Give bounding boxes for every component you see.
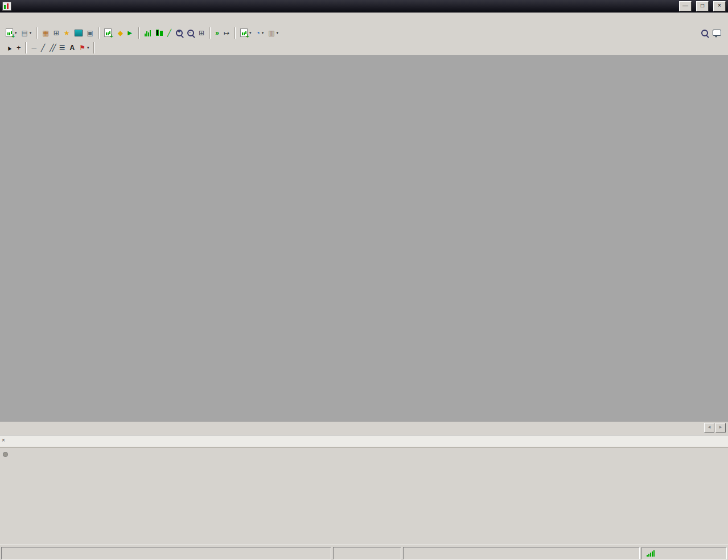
chat-icon bbox=[713, 30, 721, 36]
close-button[interactable]: × bbox=[713, 1, 726, 11]
crosshair-icon: + bbox=[17, 44, 21, 51]
status-spacer bbox=[403, 547, 640, 559]
account-summary-row bbox=[0, 447, 728, 459]
chart-workspace bbox=[0, 55, 728, 422]
market-watch-icon: ▦ bbox=[42, 30, 48, 36]
new-chart-icon bbox=[6, 28, 13, 37]
tab-scroll-left-button[interactable]: ◄ bbox=[704, 423, 714, 433]
text-button[interactable]: A bbox=[67, 42, 77, 54]
candlestick-button[interactable] bbox=[154, 27, 165, 39]
chart-shift-button[interactable]: ↦ bbox=[221, 27, 232, 39]
zoom-out-icon: - bbox=[187, 30, 194, 36]
search-icon bbox=[701, 30, 708, 36]
toolbar-separator bbox=[209, 27, 211, 39]
trendline-icon: ╱ bbox=[41, 44, 45, 51]
restore-button[interactable]: □ bbox=[696, 1, 709, 11]
minimize-button[interactable]: — bbox=[679, 1, 692, 11]
flag-icon: ⚑ bbox=[79, 44, 85, 51]
toolbar-separator bbox=[25, 42, 27, 53]
horizontal-line-button[interactable]: ─ bbox=[29, 42, 39, 54]
terminal-close-button[interactable]: × bbox=[2, 437, 5, 444]
connection-signal-icon bbox=[647, 550, 655, 557]
chart-tab-bar: ◄ ► bbox=[0, 422, 728, 435]
strategy-tester-icon: ▣ bbox=[87, 30, 93, 36]
channel-button[interactable]: ╱╱ bbox=[47, 42, 56, 54]
zoom-out-button[interactable]: - bbox=[185, 27, 196, 39]
profiles-icon: ▤ bbox=[22, 30, 28, 36]
navigator-icon: ★ bbox=[64, 30, 70, 36]
terminal-icon bbox=[75, 30, 83, 36]
menu-bar bbox=[0, 13, 728, 26]
play-icon: ▶ bbox=[127, 30, 132, 36]
history-table-header: × bbox=[0, 435, 728, 447]
bar-chart-button[interactable] bbox=[142, 27, 154, 39]
title-bar: — □ × bbox=[0, 0, 728, 13]
tile-windows-button[interactable]: ⊞ bbox=[196, 27, 207, 39]
search-button[interactable] bbox=[699, 27, 710, 39]
channel-icon: ╱╱ bbox=[50, 44, 54, 51]
text-icon: A bbox=[69, 44, 75, 51]
fibonacci-button[interactable]: ☰ bbox=[57, 42, 68, 54]
templates-button[interactable]: ▥▾ bbox=[266, 27, 281, 39]
strategy-tester-button[interactable]: ▣ bbox=[85, 27, 96, 39]
zoom-in-button[interactable]: + bbox=[174, 27, 185, 39]
bar-chart-icon bbox=[145, 30, 151, 36]
new-order-icon bbox=[104, 28, 112, 37]
tab-scroll-right-button[interactable]: ► bbox=[715, 423, 726, 433]
chat-button[interactable] bbox=[710, 27, 723, 39]
toolbar-separator bbox=[36, 27, 38, 39]
standard-toolbar: ▾ ▤▾ ▦ ⊞ ★ ▣ ◆ ▶ ╱ + - ⊞ » ↦ ▾ ◔▾ ▥▾ bbox=[0, 25, 728, 41]
line-chart-button[interactable]: ╱ bbox=[165, 27, 174, 39]
indicators-button[interactable]: ▾ bbox=[238, 27, 254, 39]
toolbar-separator bbox=[93, 42, 95, 53]
status-dot-icon bbox=[3, 452, 8, 457]
chevron-down-icon: ▾ bbox=[30, 31, 32, 35]
cursor-button[interactable]: ▲ bbox=[3, 42, 14, 54]
navigator-button[interactable]: ★ bbox=[61, 27, 72, 39]
new-order-button[interactable] bbox=[102, 27, 116, 39]
chevron-down-icon: ▾ bbox=[277, 31, 279, 35]
data-window-icon: ⊞ bbox=[54, 30, 59, 36]
periods-button[interactable]: ◔▾ bbox=[253, 27, 266, 39]
clock-icon: ◔ bbox=[256, 30, 260, 36]
terminal-panel: × bbox=[0, 435, 728, 530]
arrows-button[interactable]: ⚑▾ bbox=[77, 42, 91, 54]
auto-trading-button[interactable]: ▶ bbox=[125, 27, 136, 39]
auto-scroll-icon: » bbox=[215, 30, 219, 36]
status-bar bbox=[0, 545, 728, 560]
zoom-in-icon: + bbox=[176, 30, 183, 36]
chevron-down-icon: ▾ bbox=[262, 31, 264, 35]
terminal-tab-bar bbox=[0, 530, 728, 545]
toolbar-separator bbox=[234, 27, 236, 39]
app-icon bbox=[2, 2, 11, 11]
chevron-down-icon: ▾ bbox=[249, 31, 252, 35]
metaeditor-icon: ◆ bbox=[118, 30, 123, 36]
drawing-toolbar: ▲ + ─ ╱ ╱╱ ☰ A ⚑▾ bbox=[0, 40, 728, 56]
templates-icon: ▥ bbox=[268, 30, 274, 36]
data-window-button[interactable]: ⊞ bbox=[51, 27, 61, 39]
cursor-icon: ▲ bbox=[5, 43, 13, 52]
status-help-text bbox=[1, 547, 331, 559]
tile-windows-icon: ⊞ bbox=[199, 30, 204, 36]
status-profile[interactable] bbox=[333, 547, 401, 559]
profiles-button[interactable]: ▤▾ bbox=[19, 27, 34, 39]
auto-scroll-button[interactable]: » bbox=[213, 27, 221, 39]
line-chart-icon: ╱ bbox=[167, 30, 171, 36]
new-chart-button[interactable]: ▾ bbox=[3, 27, 19, 39]
metaeditor-button[interactable]: ◆ bbox=[116, 27, 125, 39]
toolbar-separator bbox=[98, 27, 100, 39]
chevron-down-icon: ▾ bbox=[15, 31, 17, 35]
candlestick-icon bbox=[156, 30, 163, 36]
terminal-button[interactable] bbox=[72, 27, 85, 39]
toolbar-separator bbox=[138, 27, 140, 39]
market-watch-button[interactable]: ▦ bbox=[40, 27, 51, 39]
indicators-icon bbox=[240, 28, 248, 37]
fibonacci-icon: ☰ bbox=[59, 44, 65, 51]
tab-scroll-buttons: ◄ ► bbox=[704, 423, 726, 433]
crosshair-button[interactable]: + bbox=[14, 42, 23, 54]
status-traffic bbox=[641, 547, 727, 559]
horizontal-line-icon: ─ bbox=[31, 44, 36, 51]
chart-shift-icon: ↦ bbox=[224, 30, 229, 36]
trendline-button[interactable]: ╱ bbox=[39, 42, 47, 54]
chevron-down-icon: ▾ bbox=[87, 46, 89, 50]
